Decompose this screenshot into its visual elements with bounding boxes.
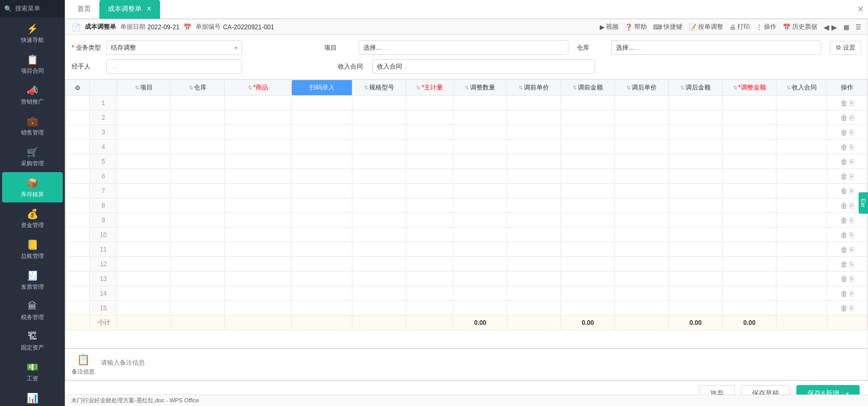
row-data-cell[interactable] <box>776 242 827 257</box>
row-data-cell[interactable] <box>117 169 170 184</box>
row-data-cell[interactable] <box>669 125 723 140</box>
row-data-cell[interactable] <box>507 213 561 228</box>
row-data-cell[interactable] <box>669 257 723 272</box>
row-data-cell[interactable] <box>170 242 224 257</box>
row-data-cell[interactable] <box>669 140 723 154</box>
row-data-cell[interactable] <box>615 272 669 286</box>
row-copy-btn[interactable]: ⎘ <box>850 187 854 195</box>
row-data-cell[interactable] <box>776 184 827 198</box>
row-delete-btn[interactable]: 🗑 <box>840 231 848 239</box>
row-data-cell[interactable] <box>615 257 669 272</box>
row-data-cell[interactable] <box>453 125 507 140</box>
project-input[interactable]: 选择... ... <box>359 40 568 55</box>
row-data-cell[interactable] <box>615 110 669 125</box>
batch-edit-btn[interactable]: 📝 按单调整 <box>689 22 723 31</box>
taskbar-item-label[interactable]: 木门行业好业财处理方案-墨红红.doc - WPS Office <box>71 397 199 403</box>
row-data-cell[interactable] <box>723 140 776 154</box>
row-data-cell[interactable] <box>117 198 170 213</box>
row-data-cell[interactable] <box>170 96 224 110</box>
row-data-cell[interactable] <box>406 272 453 286</box>
row-data-cell[interactable] <box>352 110 406 125</box>
row-data-cell[interactable] <box>615 301 669 315</box>
row-copy-btn[interactable]: ⎘ <box>850 289 854 298</box>
row-copy-btn[interactable]: ⎘ <box>850 245 854 254</box>
row-data-cell[interactable] <box>615 184 669 198</box>
row-data-cell[interactable] <box>776 228 827 242</box>
row-data-cell[interactable] <box>561 272 615 286</box>
sidebar-item-project-contract[interactable]: 📋项目合同 <box>2 49 63 79</box>
row-data-cell[interactable] <box>776 272 827 286</box>
row-data-cell[interactable] <box>669 154 723 169</box>
row-data-cell[interactable] <box>117 286 170 301</box>
row-data-cell[interactable] <box>669 242 723 257</box>
row-data-cell[interactable] <box>669 169 723 184</box>
row-data-cell[interactable] <box>507 198 561 213</box>
row-data-cell[interactable] <box>723 272 776 286</box>
row-data-cell[interactable] <box>615 96 669 110</box>
row-data-cell[interactable] <box>224 272 292 286</box>
row-data-cell[interactable] <box>117 140 170 154</box>
sidebar-item-fixed-assets[interactable]: 🏗固定资产 <box>2 326 63 356</box>
row-data-cell[interactable] <box>453 301 507 315</box>
row-data-cell[interactable] <box>406 96 453 110</box>
row-data-cell[interactable] <box>669 198 723 213</box>
row-data-cell[interactable] <box>352 169 406 184</box>
row-data-cell[interactable] <box>117 154 170 169</box>
print-btn[interactable]: 🖨 打印 <box>729 22 750 31</box>
row-data-cell[interactable] <box>170 125 224 140</box>
row-data-cell[interactable] <box>170 301 224 315</box>
row-data-cell[interactable] <box>453 228 507 242</box>
row-data-cell[interactable] <box>776 140 827 154</box>
row-data-cell[interactable] <box>561 213 615 228</box>
row-data-cell[interactable] <box>723 228 776 242</box>
row-data-cell[interactable] <box>292 169 352 184</box>
sidebar-item-payroll[interactable]: 💵工资 <box>2 356 63 387</box>
row-data-cell[interactable] <box>453 110 507 125</box>
row-data-cell[interactable] <box>723 242 776 257</box>
row-data-cell[interactable] <box>406 301 453 315</box>
row-data-cell[interactable] <box>117 257 170 272</box>
row-data-cell[interactable] <box>352 125 406 140</box>
row-data-cell[interactable] <box>561 169 615 184</box>
row-delete-btn[interactable]: 🗑 <box>840 216 848 224</box>
sidebar-item-ledger-mgmt[interactable]: 📒总账管理 <box>2 234 63 264</box>
row-data-cell[interactable] <box>669 286 723 301</box>
row-delete-btn[interactable]: 🗑 <box>840 143 848 151</box>
row-data-cell[interactable] <box>776 96 827 110</box>
row-data-cell[interactable] <box>170 140 224 154</box>
row-data-cell[interactable] <box>406 257 453 272</box>
row-data-cell[interactable] <box>561 184 615 198</box>
row-data-cell[interactable] <box>615 213 669 228</box>
row-data-cell[interactable] <box>406 110 453 125</box>
row-copy-btn[interactable]: ⎘ <box>850 172 854 181</box>
row-data-cell[interactable] <box>406 198 453 213</box>
row-data-cell[interactable] <box>352 257 406 272</box>
row-delete-btn[interactable]: 🗑 <box>840 275 848 283</box>
income-contract-input[interactable]: 收入合同 ... <box>372 59 596 74</box>
row-data-cell[interactable] <box>170 169 224 184</box>
row-data-cell[interactable] <box>776 257 827 272</box>
row-data-cell[interactable] <box>615 198 669 213</box>
row-data-cell[interactable] <box>292 228 352 242</box>
row-data-cell[interactable] <box>406 242 453 257</box>
row-data-cell[interactable] <box>352 184 406 198</box>
row-data-cell[interactable] <box>292 213 352 228</box>
side-hint[interactable]: Ear <box>859 192 868 213</box>
row-copy-btn[interactable]: ⎘ <box>850 201 854 210</box>
row-data-cell[interactable] <box>723 213 776 228</box>
nav-next-btn[interactable]: ▶ <box>831 23 837 31</box>
row-data-cell[interactable] <box>117 272 170 286</box>
row-data-cell[interactable] <box>406 154 453 169</box>
row-data-cell[interactable] <box>615 169 669 184</box>
row-data-cell[interactable] <box>352 213 406 228</box>
row-data-cell[interactable] <box>292 286 352 301</box>
row-data-cell[interactable] <box>224 110 292 125</box>
row-data-cell[interactable] <box>352 242 406 257</box>
row-data-cell[interactable] <box>723 154 776 169</box>
row-data-cell[interactable] <box>170 213 224 228</box>
sidebar-item-sales-mgmt[interactable]: 💼销售管理 <box>2 110 63 141</box>
row-copy-btn[interactable]: ⎘ <box>850 114 854 122</box>
row-data-cell[interactable] <box>561 242 615 257</box>
row-data-cell[interactable] <box>117 184 170 198</box>
row-data-cell[interactable] <box>224 242 292 257</box>
